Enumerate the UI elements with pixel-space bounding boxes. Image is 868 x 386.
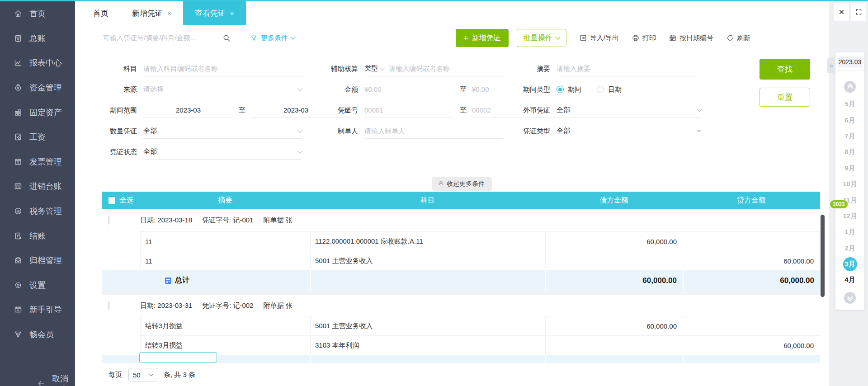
month-item-current[interactable]: 4月 bbox=[835, 272, 864, 288]
sidebar-item-funds[interactable]: 资金管理 bbox=[0, 75, 75, 100]
fullscreen-button[interactable] bbox=[851, 3, 866, 21]
invoice-icon bbox=[14, 157, 23, 166]
sidebar-item-unpin[interactable]: 取消固定 bbox=[24, 375, 75, 386]
voucher-type-select[interactable]: 全部 bbox=[557, 123, 701, 139]
voucher-date: 日期: 2023-03-31 bbox=[140, 301, 192, 310]
import-export-button[interactable]: 导入/导出 bbox=[579, 34, 619, 42]
month-item-active[interactable]: 3月 bbox=[835, 256, 864, 272]
per-page-select[interactable]: 50 bbox=[128, 368, 157, 381]
table-scrollbar-thumb[interactable] bbox=[821, 215, 825, 297]
print-button[interactable]: 打印 bbox=[632, 34, 656, 42]
tab-view-voucher[interactable]: 查看凭证 × bbox=[183, 1, 246, 25]
radio-option-date[interactable]: 日期 bbox=[597, 85, 622, 94]
import-export-icon bbox=[579, 34, 587, 42]
search-icon[interactable] bbox=[222, 34, 231, 42]
rail-scroll-up-button[interactable] bbox=[844, 81, 856, 93]
voucher-number: 凭证字号: 记-002 bbox=[202, 301, 253, 310]
month-item[interactable]: 5月 bbox=[835, 96, 864, 112]
sidebar-item-label: 报表中心 bbox=[29, 57, 62, 68]
entry-summary: 结转3月损益 bbox=[140, 316, 310, 335]
sidebar-item-settings[interactable]: 设置 bbox=[0, 273, 75, 298]
foreign-currency-label: 外币凭证 bbox=[515, 106, 550, 115]
aux-type-select[interactable]: 类型 bbox=[364, 64, 384, 73]
voucher-entry-row[interactable]: 结转3月损益 5001 主营业务收入 60,000.00 bbox=[140, 316, 820, 335]
search-input[interactable] bbox=[103, 31, 216, 45]
sidebar-item-home[interactable]: 首页 bbox=[0, 1, 75, 26]
quantity-voucher-select[interactable]: 全部 bbox=[143, 123, 302, 139]
sidebar-item-label: 发票管理 bbox=[29, 156, 62, 167]
radio-selected-icon[interactable] bbox=[557, 86, 564, 93]
column-header-account: 科目 bbox=[310, 196, 545, 205]
radio-option-period[interactable]: 期间 bbox=[557, 85, 581, 94]
month-item[interactable]: 10月 bbox=[835, 176, 864, 192]
add-voucher-button[interactable]: + 新增凭证 bbox=[456, 29, 509, 47]
voucher-status-select[interactable]: 全部 bbox=[143, 144, 302, 160]
aux-accounting-input[interactable] bbox=[389, 61, 503, 76]
source-placeholder: 请选择 bbox=[143, 85, 164, 94]
more-filters-link[interactable]: 更多条件 bbox=[250, 34, 295, 42]
number-by-date-button[interactable]: 按日期编号 bbox=[669, 34, 713, 42]
sidebar-item-general-ledger[interactable]: 总账 bbox=[0, 26, 75, 51]
radio-unselected-icon[interactable] bbox=[597, 86, 604, 93]
foreign-currency-select[interactable]: 全部 bbox=[557, 103, 701, 118]
chevron-down-icon bbox=[297, 127, 302, 132]
rail-scroll-down-button[interactable] bbox=[844, 292, 856, 304]
find-button[interactable]: 查找 bbox=[760, 59, 810, 80]
tab-new-voucher[interactable]: 新增凭证 × bbox=[120, 1, 183, 25]
foreign-currency-value: 全部 bbox=[557, 106, 570, 114]
main-content: 首页 新增凭证 × 查看凭证 × 更多条件 + bbox=[75, 1, 829, 386]
row-checkbox[interactable] bbox=[108, 301, 109, 310]
sidebar-item-purchase-sales-ledger[interactable]: 进销台账 bbox=[0, 174, 75, 199]
refresh-button[interactable]: 刷新 bbox=[726, 34, 750, 42]
subject-input[interactable] bbox=[143, 61, 302, 76]
sidebar-item-invoice[interactable]: 发票管理 bbox=[0, 150, 75, 174]
month-item[interactable]: 8月 bbox=[835, 144, 864, 160]
source-select[interactable]: 请选择 bbox=[143, 82, 302, 97]
rail-collapse-button[interactable]: » bbox=[827, 58, 835, 73]
voucher-group-header[interactable]: 日期: 2023-03-18 凭证字号: 记-001 附单据 张 bbox=[102, 209, 820, 231]
summary-input[interactable] bbox=[557, 61, 701, 76]
group-separator bbox=[102, 291, 820, 295]
filter-voucher-type: 凭证类型 全部 bbox=[515, 121, 701, 141]
select-all-checkbox[interactable] bbox=[108, 197, 115, 204]
batch-operations-button[interactable]: 批量操作 bbox=[517, 29, 566, 47]
preparer-input[interactable] bbox=[364, 123, 503, 139]
sidebar-item-archive[interactable]: 归档管理 bbox=[0, 248, 75, 273]
clipped-summary-dropdown[interactable] bbox=[139, 352, 217, 363]
amount-from-input[interactable] bbox=[364, 82, 454, 97]
voucher-attachment: 附单据 张 bbox=[263, 216, 292, 225]
sidebar-item-beginner-guide[interactable]: 新手引导 bbox=[0, 297, 75, 322]
voucher-no-from-input[interactable] bbox=[364, 103, 454, 118]
voucher-group-header[interactable]: 日期: 2023-03-31 凭证字号: 记-002 附单据 张 bbox=[102, 295, 820, 316]
sidebar-item-tax[interactable]: 税 税务管理 bbox=[0, 199, 75, 224]
row-checkbox[interactable] bbox=[108, 216, 109, 225]
voucher-entry-row[interactable]: 11 5001 主营业务收入 60,000.00 bbox=[140, 251, 820, 270]
filter-quantity-voucher: 数量凭证 全部 bbox=[102, 121, 302, 141]
refresh-icon bbox=[726, 34, 734, 42]
reset-button[interactable]: 重置 bbox=[760, 88, 810, 107]
month-item[interactable]: 1月 bbox=[835, 224, 864, 240]
tab-close-icon[interactable]: × bbox=[230, 9, 234, 17]
column-header-debit: 借方金额 bbox=[545, 196, 683, 205]
month-item[interactable]: 6月 bbox=[835, 112, 864, 128]
aux-type-label: 类型 bbox=[364, 64, 378, 73]
tab-close-icon[interactable]: × bbox=[167, 9, 171, 17]
sidebar-item-salary[interactable]: 工资 bbox=[0, 125, 75, 150]
sidebar-item-fixed-assets[interactable]: 固定资产 bbox=[0, 100, 75, 125]
window-close-button[interactable]: × bbox=[834, 3, 849, 21]
report-center-icon bbox=[14, 58, 23, 67]
sidebar-item-label: 结账 bbox=[29, 231, 46, 241]
month-item[interactable]: 2月 bbox=[835, 240, 864, 256]
sidebar-item-closing[interactable]: 结账 bbox=[0, 223, 75, 248]
voucher-entry-row[interactable]: 结转3月损益 3103 本年利润 60,000.00 bbox=[140, 335, 820, 355]
tab-home[interactable]: 首页 bbox=[81, 1, 120, 25]
voucher-no-label: 凭证号 bbox=[323, 106, 358, 115]
period-from-input[interactable] bbox=[143, 103, 233, 118]
collapse-filters-button[interactable]: 收起更多条件 bbox=[432, 177, 492, 191]
sidebar-item-member[interactable]: 畅会员 bbox=[0, 322, 75, 347]
voucher-entry-row[interactable]: 11 1122.000001.000001 应收账款.A.11 60,000.0… bbox=[140, 231, 820, 251]
month-item[interactable]: 12月 bbox=[835, 208, 864, 224]
sidebar-item-report-center[interactable]: 报表中心 bbox=[0, 51, 75, 75]
month-item[interactable]: 7月 bbox=[835, 128, 864, 144]
month-item[interactable]: 9月 bbox=[835, 160, 864, 176]
